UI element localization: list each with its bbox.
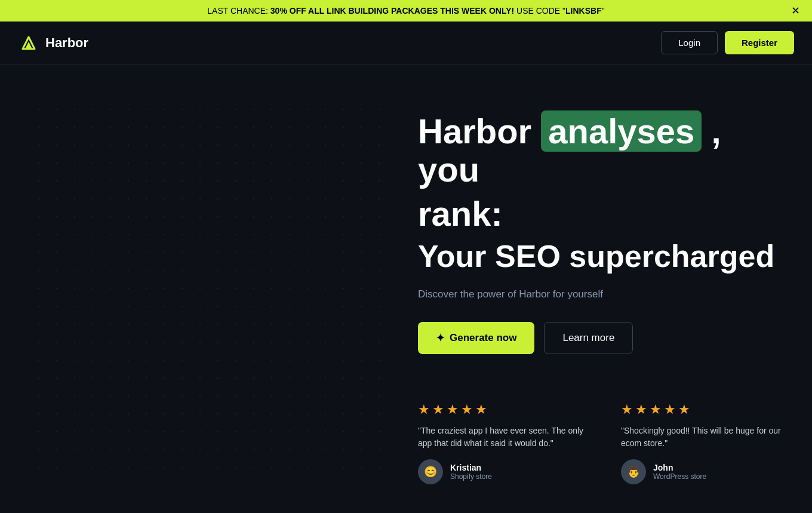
banner-text: LAST CHANCE: 30% OFF ALL LINK BUILDING P…	[207, 6, 604, 16]
reviewer-1: 😊 Kristian Shopify store	[418, 459, 585, 484]
banner-highlight: 30% OFF ALL LINK BUILDING PACKAGES THIS …	[270, 6, 514, 16]
hero-description: Discover the power of Harbor for yoursel…	[418, 288, 782, 300]
reviewer-2-store: WordPress store	[653, 472, 706, 481]
right-column: THE PROBLEM WITH Most Auto-bloggers: ✕ W…	[30, 508, 394, 513]
nav-actions: Login Register	[661, 31, 794, 54]
main-content: Harbor analyses , you rank: Your SEO sup…	[0, 64, 812, 513]
star-3: ★	[650, 402, 662, 417]
generate-now-button[interactable]: ✦ Generate now	[418, 322, 534, 354]
register-button[interactable]: Register	[725, 31, 794, 54]
star-4: ★	[664, 402, 676, 417]
reviewer-1-avatar: 😊	[418, 459, 443, 484]
hero-title-before: Harbor	[418, 112, 541, 150]
learn-more-button[interactable]: Learn more	[544, 322, 633, 354]
banner-close-button[interactable]: ✕	[791, 5, 800, 16]
banner-code: LINKSBF	[565, 6, 602, 16]
harbor-logo-icon	[18, 32, 39, 54]
star-5: ★	[475, 402, 487, 417]
header: Harbor Login Register	[0, 21, 812, 64]
hero-title-line2: rank:	[418, 195, 782, 233]
reviewer-1-name: Kristian	[450, 463, 492, 472]
banner-suffix: "	[602, 6, 605, 16]
generate-label: Generate now	[450, 332, 516, 344]
hero-title-highlight: analyses	[541, 110, 702, 152]
star-5: ★	[678, 402, 690, 417]
announcement-banner: LAST CHANCE: 30% OFF ALL LINK BUILDING P…	[0, 0, 812, 21]
star-2: ★	[635, 402, 647, 417]
reviewer-2-avatar: 👨	[621, 459, 646, 484]
star-2: ★	[432, 402, 444, 417]
review-item-2: ★ ★ ★ ★ ★ "Shockingly good!! This will b…	[621, 402, 782, 484]
star-3: ★	[447, 402, 459, 417]
banner-prefix: LAST CHANCE:	[207, 6, 270, 16]
reviewer-2-info: John WordPress store	[653, 463, 706, 481]
reviewer-2: 👨 John WordPress store	[621, 459, 782, 484]
review-1-stars: ★ ★ ★ ★ ★	[418, 402, 585, 417]
reviewer-1-store: Shopify store	[450, 472, 492, 481]
banner-suffix-prefix: USE CODE "	[514, 6, 565, 16]
grid-dots-overlay	[30, 100, 394, 484]
left-column: Harbor analyses , you rank: Your SEO sup…	[418, 100, 782, 484]
review-item-1: ★ ★ ★ ★ ★ "The craziest app I have ever …	[418, 402, 585, 484]
hero-title-line3: Your SEO supercharged	[418, 238, 782, 274]
login-button[interactable]: Login	[661, 31, 718, 54]
reviewer-1-info: Kristian Shopify store	[450, 463, 492, 481]
sparkle-icon: ✦	[436, 331, 445, 345]
hero-title-line1: Harbor analyses , you	[418, 112, 782, 189]
reviewer-2-name: John	[653, 463, 706, 472]
review-2-stars: ★ ★ ★ ★ ★	[621, 402, 782, 417]
review-1-text: "The craziest app I have ever seen. The …	[418, 425, 585, 450]
logo-text: Harbor	[45, 35, 88, 51]
star-4: ★	[461, 402, 473, 417]
reviews-section: ★ ★ ★ ★ ★ "The craziest app I have ever …	[418, 390, 782, 484]
star-1: ★	[418, 402, 430, 417]
logo: Harbor	[18, 32, 88, 54]
star-1: ★	[621, 402, 633, 417]
review-2-text: "Shockingly good!! This will be huge for…	[621, 425, 782, 450]
cta-buttons: ✦ Generate now Learn more	[418, 322, 782, 354]
